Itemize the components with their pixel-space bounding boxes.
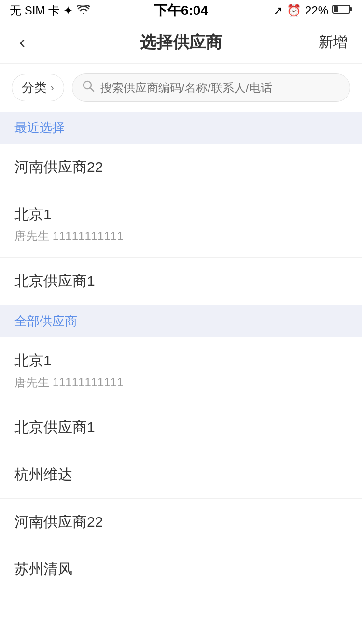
item-name: 河南供应商22 [14,512,348,532]
item-sub: 唐先生 11111111111 [14,228,348,244]
back-button[interactable]: ‹ [14,28,30,57]
all-section-header: 全部供应商 [0,305,362,337]
item-sub: 唐先生 11111111111 [14,375,348,390]
item-name: 北京供应商1 [14,271,348,291]
gps-icon: ↗ [273,4,283,17]
all-section-title: 全部供应商 [14,314,77,328]
list-item[interactable]: 河南供应商22 [0,144,362,191]
alarm-icon: ⏰ [287,4,301,17]
filter-bar: 分类 › [0,64,362,112]
nav-bar: ‹ 选择供应商 新增 [0,21,362,64]
svg-rect-1 [350,7,352,11]
list-item[interactable]: 北京1唐先生 11111111111 [0,191,362,258]
item-name: 苏州清风 [14,560,348,579]
search-icon [82,80,95,96]
list-item[interactable]: 北京供应商1 [0,404,362,451]
add-button[interactable]: 新增 [319,32,348,52]
item-name: 北京1 [14,205,348,224]
wifi-icon [77,4,90,17]
item-name: 北京供应商1 [14,418,348,437]
list-item[interactable]: 杭州维达 [0,451,362,499]
sim-label: 无 SIM 卡 ✦ [10,3,73,18]
battery-icon [332,4,352,17]
page-title: 选择供应商 [140,31,222,54]
category-label: 分类 [22,79,47,96]
chevron-right-icon: › [51,82,54,93]
all-items-list: 北京1唐先生 11111111111北京供应商1杭州维达河南供应商22苏州清风 [0,337,362,593]
recent-section-title: 最近选择 [14,120,65,135]
status-left: 无 SIM 卡 ✦ [10,3,90,18]
search-box[interactable] [72,73,350,102]
recent-items-list: 河南供应商22北京1唐先生 11111111111北京供应商1 [0,144,362,305]
battery-level: 22% [305,4,328,17]
svg-line-4 [90,88,94,91]
list-item[interactable]: 北京供应商1 [0,258,362,305]
item-name: 河南供应商22 [14,157,348,177]
status-bar: 无 SIM 卡 ✦ 下午6:04 ↗ ⏰ 22% [0,0,362,21]
list-item[interactable]: 北京1唐先生 11111111111 [0,337,362,404]
status-time: 下午6:04 [154,1,208,20]
item-name: 杭州维达 [14,465,348,485]
list-item[interactable]: 苏州清风 [0,546,362,593]
recent-section-header: 最近选择 [0,112,362,144]
list-item[interactable]: 河南供应商22 [0,499,362,546]
svg-rect-2 [334,6,338,12]
status-right: ↗ ⏰ 22% [273,4,352,17]
category-button[interactable]: 分类 › [12,74,64,101]
search-input[interactable] [100,81,340,95]
item-name: 北京1 [14,351,348,371]
